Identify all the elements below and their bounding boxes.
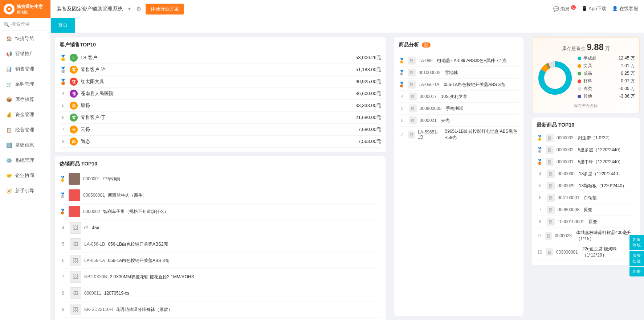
rank-number: 7 bbox=[537, 207, 544, 212]
rank-badge: 星 bbox=[70, 102, 78, 110]
app-subtitle: 标准版 bbox=[17, 10, 43, 15]
new-product-code: 004100001 bbox=[558, 195, 579, 200]
sidebar-item-system[interactable]: ⚙️ 系统管理 bbox=[0, 153, 50, 168]
online-service-btn[interactable]: 👤 在线客服 bbox=[612, 5, 638, 12]
product-code: LA-056-1A bbox=[84, 258, 105, 263]
inventory-card: 库存总资金 9.88 万 bbox=[532, 37, 640, 113]
product-code: LA-056-1B bbox=[84, 242, 105, 247]
new-product-name: 18多层（1220*2440） bbox=[579, 171, 622, 177]
rank-amount: 53,006.26元 bbox=[355, 54, 381, 61]
new-product-item: 6 🖼 004100001 白钢垫 bbox=[537, 192, 635, 204]
legend-name: 半成品 bbox=[583, 55, 616, 61]
hot-products-title: 热销商品 TOP10 bbox=[60, 161, 381, 167]
gear-icon[interactable]: ⚙ bbox=[136, 5, 141, 12]
hot-products-list: 🥇 0000001 中华神爵 🥈 000500001 新西兰牛肉（新牛） 🥉 0… bbox=[60, 171, 381, 318]
legend-item: 半成品 12.45 万 bbox=[578, 55, 635, 61]
sidebar-item-purchase[interactable]: 🛒 采购管理 bbox=[0, 77, 50, 92]
inventory-unit: 万 bbox=[605, 45, 610, 51]
legend-value: 12.45 万 bbox=[619, 55, 635, 61]
home-icon: 🏠 bbox=[6, 35, 12, 42]
new-product-code: 0000031 bbox=[557, 159, 574, 164]
product-placeholder-icon: 🖼 bbox=[408, 57, 416, 65]
rank-number: 4 bbox=[60, 91, 67, 96]
sidebar-item-inventory[interactable]: 📦 库存核算 bbox=[0, 92, 50, 107]
sidebar-label-guide: 新手引导 bbox=[15, 188, 34, 194]
rank-number: 5 bbox=[60, 242, 67, 247]
app-name: 畅捷通好生意 bbox=[17, 4, 43, 10]
app-download-btn[interactable]: 📱 App下载 bbox=[582, 5, 606, 12]
customer-rank-item: 6 零 零售客户-于 21,680.00元 bbox=[60, 112, 381, 124]
sidebar-item-marketing[interactable]: 📢 营销推广 bbox=[0, 46, 50, 61]
hot-product-item: 4 🖼 01 45# bbox=[60, 220, 381, 236]
left-panel: 客户销售TOP10 🥇 L LS 客户 53,006.26元 🥈 零 零售客户-… bbox=[51, 33, 390, 320]
new-product-icon: 🖼 bbox=[546, 248, 553, 256]
rank-number: 5 bbox=[60, 103, 67, 108]
customer-rank-item: 🥉 红 红太阳文具 40,925.00元 bbox=[60, 76, 381, 88]
analysis-item: 7 🖼 LA-59651-1B 59651-1B旋转投影灯电池盒 ABS黑色+5… bbox=[399, 127, 519, 143]
legend-value: 1.01 万 bbox=[621, 63, 635, 69]
message-btn[interactable]: 💬 消息 6 bbox=[553, 5, 576, 12]
product-placeholder-icon: 🖼 bbox=[73, 290, 78, 296]
product-name: 新西兰牛肉（新牛） bbox=[108, 192, 147, 198]
rank-number: 5 bbox=[537, 183, 544, 188]
analysis-item: 4 🖼 0000017 10S 变利罗浆 bbox=[399, 91, 519, 103]
tab-home[interactable]: 首页 bbox=[51, 18, 75, 33]
rank-name: LS 客户 bbox=[81, 54, 352, 61]
topbar: 装备及固定资产辅助管理系统 ▼ ⚙ 体验行业方案 💬 消息 6 📱 App下载 … bbox=[51, 0, 644, 18]
new-product-item: 🥇 🖼 0000033 封边带（1.0*22） bbox=[537, 132, 635, 144]
sidebar-item-operations[interactable]: 📋 经营管理 bbox=[0, 122, 50, 138]
sidebar-item-finance[interactable]: 💰 资金管理 bbox=[0, 107, 50, 122]
new-product-name: 5厘多层（1220*2440） bbox=[578, 147, 623, 153]
new-product-code: 0000029 bbox=[558, 183, 575, 188]
message-label: 消息 bbox=[560, 6, 570, 12]
chart-icon: 📊 bbox=[6, 66, 12, 72]
float-btn-community[interactable]: 服务社区 bbox=[629, 251, 644, 266]
dropdown-icon[interactable]: ▼ bbox=[127, 6, 132, 12]
legend-name: 材料 bbox=[583, 78, 619, 84]
rank-name: 云扬 bbox=[81, 126, 355, 133]
sidebar-item-basicinfo[interactable]: ℹ️ 基础信息 bbox=[0, 138, 50, 153]
hot-product-item: 6 🖼 LA-056-1A 056-1A白色按键开关盖ABS 3壳 bbox=[60, 253, 381, 269]
sidebar-label-basicinfo: 基础信息 bbox=[15, 142, 34, 148]
medal-silver-icon: 🥈 bbox=[537, 147, 543, 153]
hot-product-item: 🥇 0000001 中华神爵 bbox=[60, 171, 381, 187]
analysis-code: LA-59651-1B bbox=[418, 130, 440, 140]
analysis-code: 0000017 bbox=[420, 94, 437, 99]
donut-container: 半成品 12.45 万 文具 1.01 万 成品 0.25 万 材料 0.07 … bbox=[537, 55, 635, 101]
new-product-code: 003800001 bbox=[556, 250, 578, 255]
money-icon: 💰 bbox=[6, 111, 12, 118]
new-product-name: 体域嘉枝味苏打饮品400毫升（1*15） bbox=[576, 230, 635, 242]
rank-number: 5 bbox=[399, 106, 406, 111]
legend-name: 其他 bbox=[583, 93, 617, 99]
product-code: 0000011 bbox=[84, 291, 101, 296]
medal-silver-icon: 🥈 bbox=[399, 70, 405, 75]
sidebar-item-guide[interactable]: 🧭 新手引导 bbox=[0, 183, 50, 198]
float-btn-service[interactable]: 客服热线 bbox=[629, 235, 644, 250]
bag-icon: 🛒 bbox=[6, 81, 12, 87]
sidebar-item-cooperation[interactable]: 🤝 企业协同 bbox=[0, 168, 50, 183]
rank-number: 6 bbox=[399, 118, 406, 123]
product-code: 0000002 bbox=[83, 209, 100, 214]
analysis-name: 10S 变利罗浆 bbox=[441, 94, 468, 100]
medal-bronze-icon: 🥉 bbox=[60, 209, 66, 214]
hot-product-item: 8 🖼 0000011 12070519-xs bbox=[60, 285, 381, 301]
legend-dot bbox=[578, 72, 581, 75]
medal-bronze-icon: 🥉 bbox=[60, 78, 67, 85]
new-product-item: 🥈 🖼 0000032 5厘多层（1220*2440） bbox=[537, 144, 635, 156]
sidebar-item-sales[interactable]: 📊 销售管理 bbox=[0, 61, 50, 77]
topbar-right: 💬 消息 6 📱 App下载 👤 在线客服 bbox=[553, 5, 638, 12]
medal-silver-icon: 🥈 bbox=[60, 192, 66, 198]
sidebar-item-quicknav[interactable]: 🏠 快捷导航 bbox=[0, 31, 50, 46]
new-product-name: 封边带（1.0*22） bbox=[578, 135, 612, 141]
rank-name: 尚态 bbox=[81, 138, 355, 145]
new-product-code: 0000033 bbox=[557, 135, 574, 140]
search-menu[interactable]: 🔍 搜索菜单 bbox=[0, 18, 50, 31]
float-btn-live[interactable]: 直播 bbox=[629, 267, 644, 276]
new-product-item: 5 🖼 0000029 18颗粒板（1220*2440） bbox=[537, 180, 635, 192]
rank-amount: 21,680.00元 bbox=[355, 114, 381, 121]
analysis-item: 6 🖼 0000021 夹壳 bbox=[399, 115, 519, 127]
trial-btn[interactable]: 体验行业方案 bbox=[146, 4, 184, 15]
search-label: 搜索菜单 bbox=[11, 21, 30, 28]
new-product-item: 🥉 🖼 0000031 5厘中纤（1220*2440） bbox=[537, 156, 635, 168]
medal-gold-icon: 🥇 bbox=[60, 54, 67, 61]
